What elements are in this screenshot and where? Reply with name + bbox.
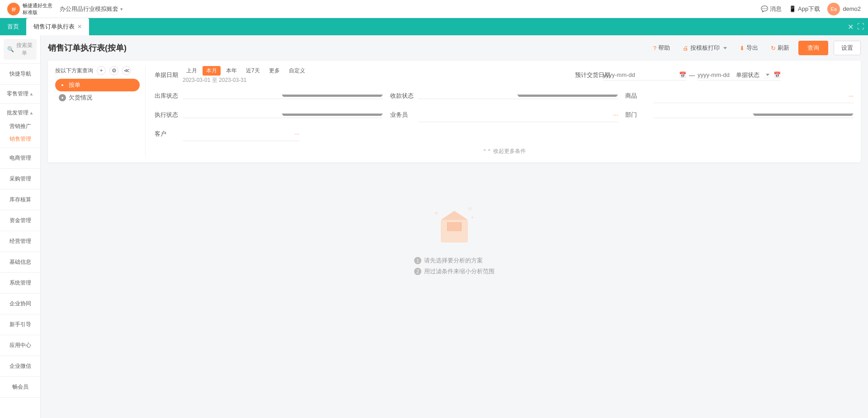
exec-status-dropdown[interactable]	[183, 112, 383, 118]
sidebar-inventory-btn[interactable]: 库存核算	[3, 192, 38, 207]
sidebar-purchase-btn[interactable]: 采购管理	[3, 171, 38, 186]
scheme-按单[interactable]: ● 按单	[55, 79, 140, 91]
customer-input-wrap: ···	[183, 127, 299, 141]
payment-status-label: 收款状态	[390, 92, 415, 100]
doc-status-label: 单据状态	[736, 71, 761, 79]
salesperson-ellipsis-icon[interactable]: ···	[613, 111, 618, 118]
export-btn[interactable]: ⬇ 导出	[736, 42, 762, 54]
expected-date-start-wrap: 📅	[603, 70, 686, 81]
salesperson-input[interactable]	[418, 109, 613, 120]
filter-row-3: 执行状态 业务员 ···	[155, 108, 854, 122]
tab-close-btn[interactable]: ✕	[848, 23, 854, 31]
sidebar-membership: 畅会员	[0, 377, 40, 398]
tab-home[interactable]: 首页	[0, 18, 26, 35]
refresh-btn[interactable]: ↻ 刷新	[767, 42, 793, 54]
filter-row-4: 客户 ···	[155, 127, 854, 141]
sidebar-enterprise-wechat-btn[interactable]: 企业微信	[3, 359, 38, 374]
sidebar-inventory: 库存核算	[0, 190, 40, 210]
goods-ellipsis-icon[interactable]: ···	[849, 92, 854, 99]
department-dropdown[interactable]	[653, 112, 854, 118]
title-chevron-icon[interactable]: ▾	[120, 6, 123, 12]
doc-status-field: 单据状态	[736, 71, 854, 79]
sidebar-ecommerce-btn[interactable]: 电商管理	[3, 151, 38, 166]
sidebar-system-mgmt: 系统管理	[0, 273, 40, 294]
sidebar-finance-btn[interactable]: 资金管理	[3, 213, 38, 228]
customer-input[interactable]	[183, 128, 294, 139]
date-btn-this-month[interactable]: 本月	[203, 66, 221, 76]
sidebar-search-section: 🔍 搜索菜单	[0, 35, 40, 64]
download-icon: 📱	[789, 5, 796, 12]
customer-ellipsis-icon[interactable]: ···	[294, 130, 299, 137]
calendar-start-icon: 📅	[679, 71, 686, 78]
retail-mgmt-header[interactable]: 零售管理 ▲	[3, 87, 38, 100]
sidebar-enterprise-coop-btn[interactable]: 企业协同	[3, 296, 38, 311]
svg-point-8	[472, 217, 473, 218]
goods-label: 商品	[625, 92, 651, 100]
tab-maximize-btn[interactable]: ⛶	[857, 23, 864, 31]
message-btn[interactable]: 💬 消息	[761, 5, 782, 13]
date-field-label: 单据日期	[155, 71, 180, 79]
goods-input-wrap: ···	[653, 89, 854, 103]
department-chevron-icon	[753, 114, 854, 116]
goods-field: 商品 ···	[625, 89, 854, 103]
wholesale-mgmt-header[interactable]: 批发管理 ▲	[3, 106, 38, 119]
wholesale-collapse-icon: ▲	[29, 110, 34, 115]
date-btn-this-year[interactable]: 本年	[222, 66, 241, 76]
sidebar-basic-info-btn[interactable]: 基础信息	[3, 255, 38, 270]
help-icon: ?	[653, 45, 656, 52]
collapse-btn[interactable]: ⌃⌃ 收起更多条件	[477, 146, 531, 157]
date-btn-custom[interactable]: 自定义	[285, 66, 309, 76]
goods-input[interactable]	[653, 90, 849, 101]
ship-status-label: 出库状态	[155, 92, 180, 100]
user-profile-btn[interactable]: Ea demo2	[827, 3, 861, 15]
help-btn[interactable]: ? 帮助	[650, 42, 674, 54]
date-btn-more[interactable]: 更多	[265, 66, 283, 76]
retail-collapse-icon: ▲	[29, 91, 34, 96]
date-btn-last-month[interactable]: 上月	[183, 66, 201, 76]
expected-date-label: 预计交货日期	[575, 71, 600, 79]
sidebar-basic-info: 基础信息	[0, 252, 40, 273]
sidebar-app-center-btn[interactable]: 应用中心	[3, 338, 38, 353]
page-actions: ? 帮助 🖨 按模板打印 ⬇ 导出 ↻ 刷新 查询 设置	[650, 41, 861, 55]
scheme-settings-btn[interactable]: ⚙	[109, 66, 118, 75]
sidebar-app-center: 应用中心	[0, 335, 40, 356]
scheme-collapse-btn[interactable]: ≪	[122, 66, 131, 75]
doc-status-chevron-icon	[766, 74, 769, 76]
template-print-btn[interactable]: 🖨 按模板打印	[679, 42, 731, 54]
settings-btn[interactable]: 设置	[834, 41, 861, 55]
ship-status-dropdown[interactable]	[183, 93, 383, 99]
ship-status-field: 出库状态	[155, 92, 383, 100]
scheme-dot-icon: ●	[59, 81, 66, 89]
sidebar-new-guide-btn[interactable]: 新手引导	[3, 317, 38, 332]
sidebar-marketing[interactable]: 营销推广	[4, 120, 37, 133]
tab-close-icon[interactable]: ✕	[77, 24, 82, 30]
date-field: 单据日期 上月 本月 本年 近7天 更多 自定义 20	[155, 66, 568, 84]
sidebar-ops-btn[interactable]: 经营管理	[3, 234, 38, 249]
scheme-add-btn[interactable]: +	[97, 66, 106, 75]
quick-nav-btn[interactable]: 快捷导航	[3, 67, 38, 81]
sidebar-system-mgmt-btn[interactable]: 系统管理	[3, 276, 38, 290]
export-icon: ⬇	[740, 45, 745, 52]
sidebar-sales-mgmt[interactable]: 销售管理	[4, 133, 37, 145]
tab-sales-exec[interactable]: 销售订单执行表 ✕	[26, 18, 89, 35]
payment-status-dropdown[interactable]	[418, 93, 618, 99]
content-area: 销售订单执行表(按单) ? 帮助 🖨 按模板打印 ⬇ 导出 ↻ 刷新	[41, 35, 868, 418]
salesperson-input-wrap: ···	[418, 108, 618, 122]
empty-state: 1 请先选择要分析的方案 2 用过滤条件来缩小分析范围	[48, 168, 861, 303]
query-btn[interactable]: 查询	[798, 41, 828, 55]
department-field: 部门	[625, 111, 854, 119]
sidebar-retail-mgmt: 零售管理 ▲	[0, 85, 40, 104]
expected-date-start[interactable]	[603, 71, 679, 78]
date-btn-last-7days[interactable]: 近7天	[242, 66, 264, 76]
page-title: 销售订单执行表(按单)	[48, 43, 127, 53]
app-download-btn[interactable]: 📱 App下载	[789, 5, 820, 13]
doc-status-dropdown[interactable]	[764, 72, 769, 78]
filter-left-panel: 按以下方案查询 + ⚙ ≪ ● 按单 ● 欠货情况	[55, 66, 146, 157]
tip-num-1: 1	[414, 257, 421, 264]
scheme-欠货情况[interactable]: ● 欠货情况	[55, 91, 140, 104]
collapse-row: ⌃⌃ 收起更多条件	[155, 146, 854, 157]
search-menu-btn[interactable]: 🔍 搜索菜单	[4, 39, 37, 60]
empty-tip-2: 2 用过滤条件来缩小分析范围	[414, 267, 495, 276]
print-dropdown-icon	[723, 47, 727, 49]
sidebar-membership-btn[interactable]: 畅会员	[3, 380, 38, 394]
